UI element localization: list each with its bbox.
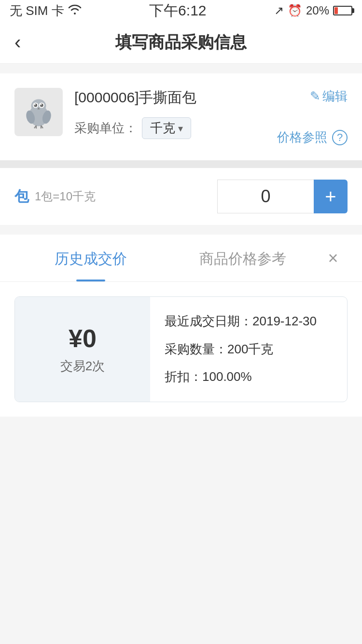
card-discount: 折扣：100.00% — [165, 367, 333, 387]
edit-icon: ✎ — [310, 89, 320, 104]
nav-bar: ‹ 填写商品采购信息 — [0, 21, 362, 64]
unit-value: 千克 — [150, 120, 175, 137]
tab-history-price[interactable]: 历史成交价 — [14, 235, 167, 281]
alarm-icon: ⏰ — [288, 4, 302, 17]
help-icon[interactable]: ? — [332, 130, 348, 145]
product-section: [0000006]手撕面包 采购单位： 千克 ▾ ✎ 编辑 价格参照 ? — [0, 73, 362, 160]
product-thumbnail — [14, 88, 63, 136]
status-right: ↗ ⏰ 20% — [274, 4, 352, 17]
discount-value: 100.00% — [202, 369, 252, 384]
product-info: [0000006]手撕面包 采购单位： 千克 ▾ — [74, 88, 196, 139]
wifi-icon — [68, 3, 82, 18]
status-bar: 无 SIM 卡 下午6:12 ↗ ⏰ 20% — [0, 0, 362, 21]
qty-label: 采购数量： — [165, 342, 227, 356]
battery-icon — [333, 6, 352, 15]
location-icon: ↗ — [274, 4, 284, 17]
page-title: 填写商品采购信息 — [115, 31, 247, 54]
unit-label: 采购单位： — [74, 120, 137, 137]
unit-dropdown[interactable]: 千克 ▾ — [142, 117, 191, 139]
time-display: 下午6:12 — [149, 1, 206, 21]
qty-value: 200千克 — [227, 342, 273, 356]
carrier-text: 无 SIM 卡 — [10, 2, 64, 19]
history-card: ¥0 交易2次 最近成交日期：2019-12-30 采购数量：200千克 折扣：… — [14, 296, 348, 402]
card-date: 最近成交日期：2019-12-30 — [165, 311, 333, 332]
quantity-plus-button[interactable]: + — [314, 180, 348, 213]
quantity-input[interactable] — [217, 180, 314, 213]
svg-point-6 — [40, 104, 43, 107]
card-trades-count: 交易2次 — [60, 358, 105, 375]
tabs-close-button[interactable]: × — [319, 243, 348, 273]
price-reference-link[interactable]: 价格参照 — [277, 129, 327, 146]
status-left: 无 SIM 卡 — [10, 2, 82, 19]
back-button[interactable]: ‹ — [14, 31, 43, 53]
section-divider — [0, 160, 362, 168]
product-name: [0000006]手撕面包 — [74, 88, 196, 108]
history-content: ¥0 交易2次 最近成交日期：2019-12-30 采购数量：200千克 折扣：… — [0, 282, 362, 417]
edit-label: 编辑 — [322, 88, 348, 105]
date-label: 最近成交日期： — [165, 314, 252, 328]
card-price-value: ¥0 — [69, 324, 97, 353]
svg-point-7 — [41, 104, 42, 105]
tabs-header: 历史成交价 商品价格参考 × — [0, 235, 362, 282]
date-value: 2019-12-30 — [252, 314, 317, 328]
tab-price-reference[interactable]: 商品价格参考 — [167, 235, 319, 281]
card-price-panel: ¥0 交易2次 — [15, 297, 150, 402]
battery-percent: 20% — [306, 4, 329, 17]
quantity-unit-label: 包 — [14, 187, 29, 207]
tabs-section: 历史成交价 商品价格参考 × ¥0 交易2次 最近成交日期：2019-12-30… — [0, 235, 362, 417]
card-detail-panel: 最近成交日期：2019-12-30 采购数量：200千克 折扣：100.00% — [150, 297, 347, 402]
edit-button[interactable]: ✎ 编辑 — [310, 88, 348, 105]
product-image-icon — [22, 95, 56, 129]
card-quantity: 采购数量：200千克 — [165, 339, 333, 360]
quantity-section: 包 1包=10千克 + — [0, 168, 362, 225]
quantity-unit-sub: 1包=10千克 — [35, 189, 96, 204]
discount-label: 折扣： — [165, 369, 202, 384]
svg-point-4 — [34, 104, 36, 105]
quantity-controls: + — [217, 180, 348, 213]
svg-point-3 — [34, 104, 37, 107]
dropdown-arrow-icon: ▾ — [178, 123, 183, 134]
